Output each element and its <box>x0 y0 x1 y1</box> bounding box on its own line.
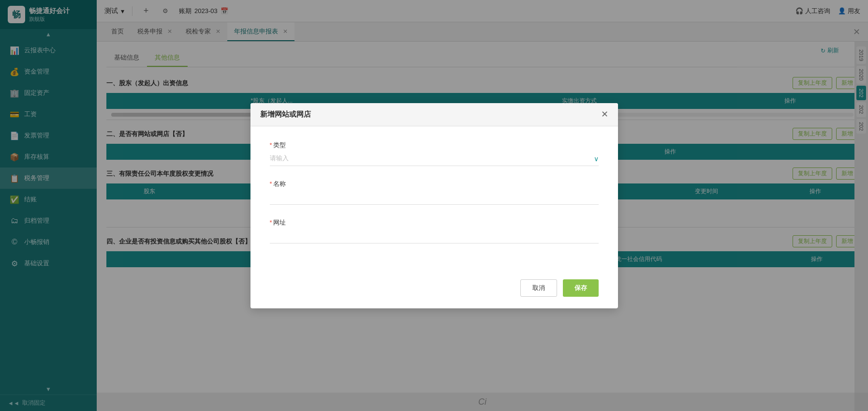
form-label-type: *类型 <box>270 141 599 150</box>
url-input[interactable] <box>270 230 599 241</box>
form-input-wrapper-type: ∨ <box>270 152 599 166</box>
form-label-url: *网址 <box>270 218 599 227</box>
save-button[interactable]: 保存 <box>563 279 599 297</box>
required-star-name: * <box>270 180 272 187</box>
required-star-url: * <box>270 219 272 226</box>
form-row-type: *类型 ∨ <box>270 141 599 166</box>
modal-footer: 取消 保存 <box>250 272 618 308</box>
modal-title: 新增网站或网店 <box>260 110 311 119</box>
form-input-wrapper-name <box>270 191 599 205</box>
modal-add-website: 新增网站或网店 ✕ *类型 ∨ *名称 <box>250 103 618 308</box>
required-star-type: * <box>270 141 272 149</box>
form-label-name: *名称 <box>270 180 599 188</box>
type-input[interactable] <box>270 152 599 164</box>
modal-header: 新增网站或网店 ✕ <box>250 103 618 126</box>
form-row-url: *网址 <box>270 218 599 244</box>
cancel-button[interactable]: 取消 <box>520 279 557 297</box>
form-row-name: *名称 <box>270 180 599 205</box>
name-input[interactable] <box>270 191 599 202</box>
dropdown-arrow-icon[interactable]: ∨ <box>594 155 599 163</box>
modal-overlay: 新增网站或网店 ✕ *类型 ∨ *名称 <box>0 0 868 411</box>
modal-close-icon[interactable]: ✕ <box>601 110 608 119</box>
modal-body: *类型 ∨ *名称 *网址 <box>250 126 618 272</box>
form-input-wrapper-url <box>270 230 599 244</box>
